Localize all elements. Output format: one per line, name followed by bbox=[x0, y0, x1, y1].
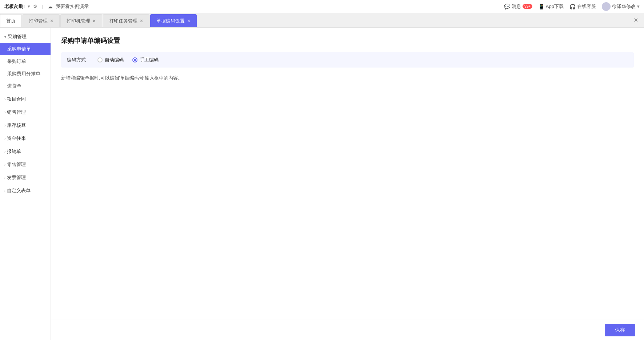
radio-manual-circle bbox=[132, 57, 137, 62]
tab-barcode-settings-close[interactable]: ✕ bbox=[187, 19, 191, 24]
sidebar-item-label-purchase-request: 采购申请单 bbox=[7, 46, 31, 52]
tab-print-mgmt[interactable]: 打印管理 ✕ bbox=[23, 14, 60, 27]
sidebar-item-purchase-expense[interactable]: 采购费用分摊单 bbox=[0, 68, 51, 80]
sidebar-group-purchase-mgmt: ▾ 采购管理 采购申请单 采购订单 采购费用分摊单 进货单 bbox=[0, 31, 51, 92]
top-bar-left: 老板勿删! | 我要看实例演示 bbox=[4, 3, 89, 10]
sidebar-group-label-project-contract: 项目合同 bbox=[7, 96, 26, 102]
chevron-right-icon-sales: › bbox=[4, 110, 5, 114]
sidebar-group-label-sales-mgmt: 销售管理 bbox=[7, 109, 26, 116]
sidebar-group-title-fund-flow[interactable]: › 资金往来 bbox=[0, 132, 51, 145]
chevron-down-icon: ▾ bbox=[4, 35, 6, 39]
sidebar-group-title-sales-mgmt[interactable]: › 销售管理 bbox=[0, 106, 51, 118]
chevron-right-icon-retail: › bbox=[4, 163, 5, 167]
cloud-icon bbox=[48, 4, 53, 9]
demo-bar-divider: | bbox=[42, 4, 43, 9]
chevron-down-icon[interactable] bbox=[28, 4, 30, 9]
sidebar-group-custom-forms: › 自定义表单 bbox=[0, 185, 51, 197]
sidebar-group-retail-mgmt: › 零售管理 bbox=[0, 158, 51, 171]
brand-logo: 老板勿删! bbox=[4, 3, 25, 10]
tab-bar: 首页 打印管理 ✕ 打印机管理 ✕ 打印任务管理 ✕ 单据编码设置 ✕ ✕ bbox=[0, 13, 644, 28]
sidebar-group-title-project-contract[interactable]: › 项目合同 bbox=[0, 93, 51, 105]
user-nav[interactable]: 徐泽华修改 bbox=[602, 2, 640, 11]
main-layout: ▾ 采购管理 采购申请单 采购订单 采购费用分摊单 进货单 › 项目合同 bbox=[0, 28, 644, 340]
sidebar-group-fund-flow: › 资金往来 bbox=[0, 132, 51, 145]
tab-bar-close-button[interactable]: ✕ bbox=[628, 17, 644, 24]
user-chevron-icon bbox=[637, 4, 640, 9]
content-inner: 采购申请单编码设置 编码方式 自动编码 手工编码 新增和编辑单据时,可以编辑'单… bbox=[51, 28, 644, 320]
chevron-right-icon-fund: › bbox=[4, 137, 5, 141]
chevron-right-icon-inventory: › bbox=[4, 124, 5, 128]
sidebar-group-title-purchase-mgmt[interactable]: ▾ 采购管理 bbox=[0, 31, 51, 43]
sidebar-item-label-stock-in: 进货单 bbox=[7, 83, 21, 89]
tab-print-mgmt-label: 打印管理 bbox=[29, 18, 48, 24]
chevron-right-icon-returns: › bbox=[4, 150, 5, 154]
tab-print-task-mgmt-close[interactable]: ✕ bbox=[140, 19, 143, 24]
phone-icon bbox=[538, 4, 544, 9]
app-download-label: App下载 bbox=[546, 3, 564, 10]
sidebar-group-title-custom-forms[interactable]: › 自定义表单 bbox=[0, 185, 51, 197]
chevron-right-icon-invoice: › bbox=[4, 176, 5, 180]
user-name: 徐泽华修改 bbox=[612, 3, 636, 10]
content-footer: 保存 bbox=[51, 320, 644, 340]
sidebar-group-project-contract: › 项目合同 bbox=[0, 93, 51, 105]
page-title: 采购申请单编码设置 bbox=[61, 36, 634, 45]
sidebar-group-label-retail-mgmt: 零售管理 bbox=[7, 161, 26, 168]
message-nav[interactable]: 消息 99+ bbox=[504, 3, 532, 10]
radio-auto-circle bbox=[97, 57, 103, 62]
sidebar-group-title-retail-mgmt[interactable]: › 零售管理 bbox=[0, 158, 51, 171]
tab-print-task-mgmt[interactable]: 打印任务管理 ✕ bbox=[103, 14, 149, 27]
sidebar-item-purchase-request[interactable]: 采购申请单 bbox=[0, 43, 51, 55]
sidebar-group-title-returns[interactable]: › 报销单 bbox=[0, 145, 51, 158]
sidebar-group-label-inventory: 库存核算 bbox=[7, 122, 26, 129]
sidebar-group-label-custom-forms: 自定义表单 bbox=[7, 187, 31, 194]
save-button[interactable]: 保存 bbox=[605, 324, 635, 336]
radio-auto-encoding[interactable]: 自动编码 bbox=[97, 57, 124, 63]
online-service-label: 在线客服 bbox=[577, 3, 596, 10]
online-service-nav[interactable]: 在线客服 bbox=[569, 3, 596, 10]
sidebar-group-title-invoice-mgmt[interactable]: › 发票管理 bbox=[0, 171, 51, 184]
top-bar-right: 消息 99+ App下载 在线客服 徐泽华修改 bbox=[504, 2, 640, 11]
content-area: 采购申请单编码设置 编码方式 自动编码 手工编码 新增和编辑单据时,可以编辑'单… bbox=[51, 28, 644, 340]
sidebar-group-inventory: › 库存核算 bbox=[0, 119, 51, 131]
tab-home-label: 首页 bbox=[6, 18, 16, 24]
tab-print-mgmt-close[interactable]: ✕ bbox=[50, 19, 53, 24]
sidebar-group-sales-mgmt: › 销售管理 bbox=[0, 106, 51, 118]
sidebar: ▾ 采购管理 采购申请单 采购订单 采购费用分摊单 进货单 › 项目合同 bbox=[0, 28, 51, 340]
chevron-right-icon-custom: › bbox=[4, 189, 5, 193]
radio-auto-label: 自动编码 bbox=[105, 57, 124, 63]
encoding-label: 编码方式 bbox=[67, 57, 86, 63]
radio-manual-label: 手工编码 bbox=[140, 57, 159, 63]
headset-icon bbox=[569, 4, 576, 9]
chevron-right-icon: › bbox=[4, 97, 5, 101]
demo-label[interactable]: 我要看实例演示 bbox=[56, 3, 89, 10]
tab-print-task-mgmt-label: 打印任务管理 bbox=[109, 18, 137, 24]
sidebar-group-invoice-mgmt: › 发票管理 bbox=[0, 171, 51, 184]
app-download-nav[interactable]: App下载 bbox=[538, 3, 564, 10]
avatar bbox=[602, 2, 611, 11]
sidebar-group-returns: › 报销单 bbox=[0, 145, 51, 158]
sidebar-group-label-invoice-mgmt: 发票管理 bbox=[7, 174, 26, 181]
tab-barcode-settings-label: 单据编码设置 bbox=[156, 18, 185, 24]
sidebar-group-title-inventory[interactable]: › 库存核算 bbox=[0, 119, 51, 131]
sidebar-item-label-purchase-expense: 采购费用分摊单 bbox=[7, 71, 40, 76]
top-bar: 老板勿删! | 我要看实例演示 消息 99+ App下载 在线客服 徐泽华修改 bbox=[0, 0, 644, 13]
tab-barcode-settings[interactable]: 单据编码设置 ✕ bbox=[150, 14, 197, 27]
sidebar-item-purchase-order[interactable]: 采购订单 bbox=[0, 55, 51, 68]
message-badge: 99+ bbox=[523, 4, 532, 9]
tab-printer-mgmt-label: 打印机管理 bbox=[67, 18, 90, 24]
sidebar-group-label-purchase-mgmt: 采购管理 bbox=[8, 33, 27, 40]
radio-manual-encoding[interactable]: 手工编码 bbox=[132, 57, 159, 63]
message-label: 消息 bbox=[512, 3, 521, 10]
sidebar-item-stock-in[interactable]: 进货单 bbox=[0, 80, 51, 92]
sidebar-group-label-returns: 报销单 bbox=[7, 148, 21, 155]
tab-home[interactable]: 首页 bbox=[0, 14, 22, 27]
sidebar-group-label-fund-flow: 资金往来 bbox=[7, 135, 26, 142]
tab-printer-mgmt-close[interactable]: ✕ bbox=[92, 19, 96, 24]
tab-printer-mgmt[interactable]: 打印机管理 ✕ bbox=[60, 14, 102, 27]
encoding-hint: 新增和编辑单据时,可以编辑'单据编码号'输入框中的内容。 bbox=[61, 75, 634, 81]
gear-icon[interactable] bbox=[33, 4, 37, 9]
encoding-section: 编码方式 自动编码 手工编码 bbox=[61, 52, 634, 68]
message-icon bbox=[504, 4, 510, 9]
sidebar-item-label-purchase-order: 采购订单 bbox=[7, 58, 26, 64]
